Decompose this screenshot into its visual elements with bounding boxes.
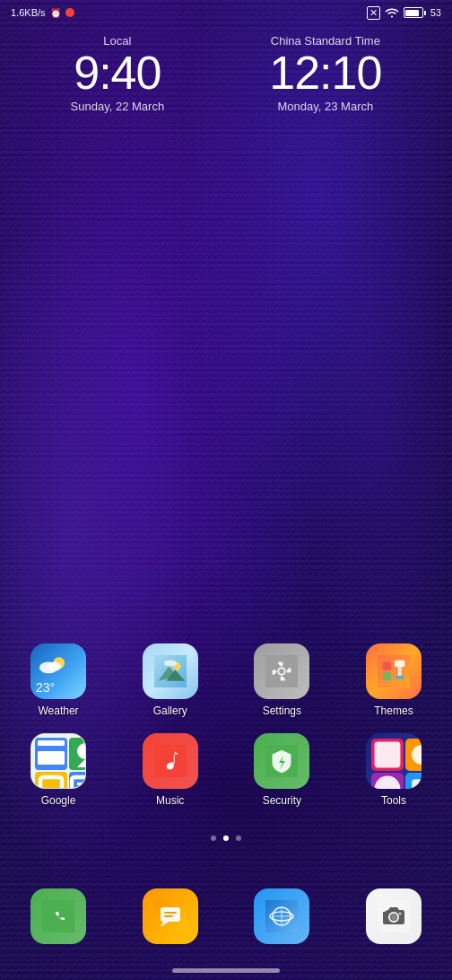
camera-svg [378,900,410,932]
dual-clock: Local 9:40 Sunday, 22 March China Standa… [0,34,452,113]
settings-label: Settings [263,704,301,717]
svg-rect-31 [77,788,86,789]
app-row-2: Google Music [18,733,434,807]
xmark-icon: ✕ [367,6,380,20]
music-svg [154,745,187,777]
svg-rect-24 [383,672,391,680]
security-icon-container [254,733,309,789]
app-weather[interactable]: 23° Weather [18,643,99,717]
camera-icon [366,888,422,944]
weather-icon: 23° [30,643,86,699]
china-label: China Standard Time [269,34,381,48]
page-dot-1[interactable] [223,836,229,841]
svg-rect-49 [42,900,74,932]
gallery-icon [143,643,198,699]
app-themes[interactable]: Themes [353,643,434,717]
status-left: 1.6KB/s ⏰ [11,7,74,18]
page-dot-2[interactable] [236,836,241,841]
alarm-icon: ⏰ [50,8,61,18]
svg-point-63 [398,913,401,915]
gallery-label: Gallery [153,704,187,717]
svg-rect-53 [164,912,177,914]
network-speed: 1.6KB/s [11,7,46,18]
dock-messages[interactable] [130,888,211,944]
svg-point-62 [391,914,396,920]
dock-camera[interactable] [353,888,434,944]
music-label: Music [156,794,184,807]
svg-point-7 [163,660,176,666]
dock-browser[interactable] [241,888,322,944]
security-label: Security [263,794,301,807]
themes-icon-container [366,643,422,699]
app-tools[interactable]: Tools [353,733,434,807]
music-icon-container [143,733,198,789]
security-svg [265,745,298,777]
themes-label: Themes [374,704,413,717]
settings-icon-container [254,643,309,699]
local-date: Sunday, 22 March [71,100,165,113]
status-bar: 1.6KB/s ⏰ ✕ 53 [0,0,452,25]
weather-label: Weather [38,704,78,717]
notification-dot [65,8,74,17]
svg-rect-26 [38,751,65,765]
app-security[interactable]: Security [241,733,322,807]
browser-icon [254,888,309,944]
app-music[interactable]: Music [130,733,211,807]
app-grid: 23° Weather [0,643,452,823]
battery-icon [404,7,426,18]
app-gallery[interactable]: Gallery [130,643,211,717]
svg-rect-28 [40,777,62,789]
china-time: 12:10 [269,49,381,96]
wallpaper [0,0,452,980]
page-dot-0[interactable] [211,836,216,841]
local-label: Local [71,34,165,48]
status-right: ✕ 53 [367,6,441,20]
svg-rect-30 [77,783,86,785]
svg-rect-51 [161,907,180,922]
weather-temp: 23° [36,681,55,694]
svg-rect-44 [375,776,401,789]
svg-rect-23 [383,662,391,670]
themes-svg [378,655,410,687]
svg-point-10 [279,669,284,674]
svg-point-2 [48,661,61,670]
dock-phone[interactable] [18,888,99,944]
svg-rect-19 [378,655,410,687]
tools-grid [366,733,422,789]
google-icon-container [30,733,86,789]
china-clock: China Standard Time 12:10 Monday, 23 Mar… [269,34,381,113]
svg-rect-25 [38,740,65,746]
app-google[interactable]: Google [18,733,99,807]
svg-rect-22 [396,676,404,679]
google-label: Google [41,794,76,807]
tools-label: Tools [381,794,406,807]
sun-cloud-icon [36,649,68,679]
svg-rect-45 [412,779,422,789]
svg-rect-20 [395,661,404,668]
phone-svg [42,900,74,932]
phone-icon [30,888,86,944]
page-dots [0,836,452,841]
tools-icon-container [366,733,422,789]
messages-icon [143,888,198,944]
svg-rect-54 [164,915,173,917]
local-time: 9:40 [71,49,165,96]
app-settings[interactable]: Settings [241,643,322,717]
home-indicator[interactable] [172,968,280,973]
svg-point-27 [77,743,86,759]
app-row-1: 23° Weather [18,643,434,717]
messages-svg [154,900,187,932]
wifi-icon [385,7,399,18]
china-date: Monday, 23 March [269,100,381,113]
browser-svg [265,900,298,932]
settings-gear-icon [265,655,298,687]
svg-point-42 [412,745,422,765]
dock [18,888,434,944]
battery-percent: 53 [430,7,441,18]
svg-rect-41 [375,742,401,768]
gallery-svg [154,655,187,687]
local-clock: Local 9:40 Sunday, 22 March [71,34,165,113]
google-grid [31,734,85,788]
svg-rect-39 [154,745,187,777]
